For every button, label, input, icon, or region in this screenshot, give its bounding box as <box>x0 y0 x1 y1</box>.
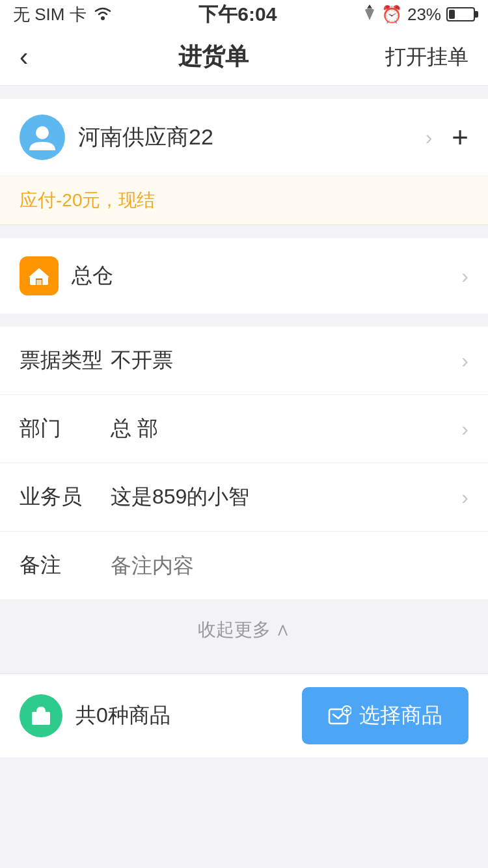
svg-marker-3 <box>29 268 49 277</box>
chevron-right-icon: › <box>461 485 468 509</box>
warehouse-name: 总仓 <box>72 262 461 290</box>
remark-label: 备注 <box>20 551 111 580</box>
status-bar: 无 SIM 卡 下午6:04 ⏰ 23% <box>0 0 488 29</box>
svg-rect-6 <box>36 280 42 285</box>
dept-row[interactable]: 部门 总 部 › <box>0 395 488 463</box>
warehouse-icon <box>20 256 59 295</box>
wifi-icon <box>93 5 113 25</box>
remark-row[interactable]: 备注 <box>0 532 488 599</box>
alarm-icon: ⏰ <box>381 5 402 25</box>
carrier-text: 无 SIM 卡 <box>13 3 87 26</box>
supplier-section: 河南供应商22 › + 应付-20元，现结 <box>0 99 488 225</box>
form-section: 票据类型 不开票 › 部门 总 部 › 业务员 这是859的小智 › 备注 <box>0 327 488 599</box>
staff-label: 业务员 <box>20 483 111 511</box>
svg-point-0 <box>101 16 105 20</box>
warehouse-section: 总仓 › <box>0 238 488 314</box>
select-product-button[interactable]: 选择商品 <box>302 687 468 744</box>
product-icon <box>20 694 62 737</box>
svg-rect-7 <box>32 712 50 725</box>
status-time: 下午6:04 <box>198 1 277 28</box>
gap-3 <box>0 314 488 327</box>
content-below <box>0 757 488 868</box>
warehouse-row[interactable]: 总仓 › <box>0 238 488 314</box>
remark-input[interactable] <box>111 554 468 578</box>
gap-1 <box>0 86 488 99</box>
gap-2 <box>0 225 488 238</box>
supplier-row[interactable]: 河南供应商22 › + <box>0 99 488 176</box>
location-icon <box>363 5 376 25</box>
nav-bar: ‹ 进货单 打开挂单 <box>0 29 488 86</box>
add-supplier-button[interactable]: + <box>452 123 468 152</box>
status-left: 无 SIM 卡 <box>13 3 113 26</box>
chevron-right-icon: › <box>461 417 468 441</box>
footer-bar: 共0种商品 选择商品 <box>0 673 488 757</box>
supplier-name: 河南供应商22 <box>78 122 426 152</box>
chevron-right-icon: › <box>461 349 468 373</box>
open-pending-button[interactable]: 打开挂单 <box>385 43 468 72</box>
product-count: 共0种商品 <box>75 701 289 730</box>
dept-value: 总 部 <box>111 414 461 443</box>
chevron-right-icon: › <box>461 264 468 288</box>
staff-value: 这是859的小智 <box>111 483 461 511</box>
status-right: ⏰ 23% <box>363 5 475 25</box>
invoice-value: 不开票 <box>111 346 461 375</box>
supplier-actions: › + <box>426 123 468 152</box>
collapse-button[interactable]: 收起更多 ∧ <box>0 599 488 660</box>
chevron-right-icon: › <box>426 126 433 150</box>
avatar <box>20 115 65 160</box>
back-button[interactable]: ‹ <box>20 36 41 78</box>
battery-icon <box>446 7 475 21</box>
dept-label: 部门 <box>20 414 111 443</box>
alert-banner: 应付-20元，现结 <box>0 176 488 225</box>
svg-point-1 <box>36 126 49 139</box>
gap-4 <box>0 660 488 673</box>
invoice-row[interactable]: 票据类型 不开票 › <box>0 327 488 395</box>
battery-percent: 23% <box>407 5 441 25</box>
select-product-label: 选择商品 <box>359 701 442 730</box>
invoice-label: 票据类型 <box>20 346 111 375</box>
page-title: 进货单 <box>178 41 249 73</box>
staff-row[interactable]: 业务员 这是859的小智 › <box>0 463 488 532</box>
